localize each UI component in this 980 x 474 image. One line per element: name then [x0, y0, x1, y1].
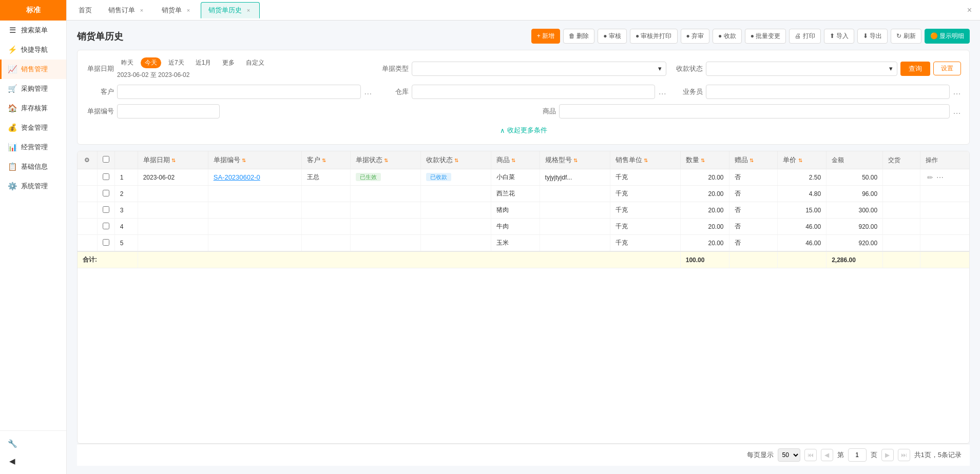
- settings-button[interactable]: 设置: [933, 62, 961, 75]
- new-button[interactable]: + 新增: [531, 29, 560, 44]
- sidebar-item-basic-info[interactable]: 📋 基础信息: [0, 157, 66, 176]
- row-num: 1: [114, 169, 138, 186]
- shortcut-today[interactable]: 今天: [141, 57, 161, 68]
- tab-sales-delivery-close[interactable]: ×: [185, 7, 192, 14]
- print-button[interactable]: 🖨 打印: [789, 29, 820, 44]
- per-page-select[interactable]: 50: [778, 448, 800, 462]
- customer-input[interactable]: [117, 85, 361, 99]
- goods-input[interactable]: [559, 104, 950, 118]
- sidebar-item-search-menu[interactable]: ☰ 搜索菜单: [0, 21, 66, 40]
- doc-date-label: 单据日期: [86, 64, 114, 73]
- customer-sort-icon: ⇅: [322, 157, 326, 163]
- sidebar-item-purchase-mgmt[interactable]: 🛒 采购管理: [0, 79, 66, 98]
- salesperson-input[interactable]: [706, 85, 950, 99]
- query-button[interactable]: 查询: [900, 62, 930, 76]
- row-checkbox[interactable]: [97, 235, 114, 252]
- warehouse-dots[interactable]: …: [658, 87, 666, 96]
- collection-status-select[interactable]: ▾: [706, 62, 897, 76]
- doc-type-select[interactable]: ▾: [412, 62, 667, 76]
- row-gift: 否: [729, 235, 778, 252]
- shortcut-1month[interactable]: 近1月: [191, 57, 216, 68]
- row-goods: 西兰花: [491, 186, 540, 202]
- th-row-num: [114, 151, 138, 169]
- page-number-input[interactable]: [848, 448, 867, 462]
- tab-sales-delivery[interactable]: 销货单 ×: [154, 2, 200, 18]
- row-num: 5: [114, 235, 138, 252]
- select-all-checkbox[interactable]: [103, 156, 109, 163]
- th-sales-unit[interactable]: 销售单位 ⇅: [610, 151, 680, 169]
- th-doc-date[interactable]: 单据日期 ⇅: [138, 151, 208, 169]
- sidebar-item-finance-mgmt[interactable]: 💰 资金管理: [0, 118, 66, 137]
- warehouse-input[interactable]: [412, 85, 656, 99]
- th-gift[interactable]: 赠品 ⇅: [729, 151, 778, 169]
- shortcut-7days[interactable]: 近7天: [164, 57, 188, 68]
- audit-print-button[interactable]: ● 审核并打印: [630, 29, 678, 44]
- tab-sales-history-close[interactable]: ×: [245, 7, 252, 14]
- th-goods[interactable]: 商品 ⇅: [491, 151, 540, 169]
- sidebar-item-label: 销售管理: [21, 65, 48, 74]
- row-checkbox[interactable]: [97, 202, 114, 219]
- row-collection-status: [420, 219, 491, 235]
- sidebar-item-ops-mgmt[interactable]: 📊 经营管理: [0, 137, 66, 157]
- row-gift: 否: [729, 219, 778, 235]
- tab-sales-history[interactable]: 销货单历史 ×: [201, 2, 260, 18]
- batch-change-button[interactable]: ● 批量变更: [745, 29, 786, 44]
- delete-button[interactable]: 🗑 删除: [563, 29, 594, 44]
- th-customer[interactable]: 客户 ⇅: [301, 151, 350, 169]
- sidebar-item-quick-nav[interactable]: ⚡ 快捷导航: [0, 40, 66, 60]
- th-collection-status[interactable]: 收款状态 ⇅: [420, 151, 491, 169]
- sidebar-collapse-btn[interactable]: ◀: [0, 452, 66, 470]
- first-page-button[interactable]: ⏮: [804, 449, 817, 461]
- row-settings: [78, 186, 97, 202]
- row-checkbox[interactable]: [97, 169, 114, 186]
- export-button[interactable]: ⬇ 导出: [857, 29, 888, 44]
- refresh-button[interactable]: ↻ 刷新: [891, 29, 921, 44]
- row-doc-status: [350, 186, 420, 202]
- row-spec: [540, 186, 610, 202]
- row-doc-number[interactable]: SA-20230602-0: [208, 169, 301, 186]
- prev-page-button[interactable]: ◀: [821, 449, 833, 461]
- sidebar-item-sys-mgmt[interactable]: ⚙️ 系统管理: [0, 176, 66, 196]
- sidebar-bottom-settings[interactable]: 🔧: [0, 435, 66, 452]
- th-quantity[interactable]: 数量 ⇅: [680, 151, 729, 169]
- finance-mgmt-icon: 💰: [8, 123, 17, 132]
- shortcut-custom[interactable]: 自定义: [242, 57, 268, 68]
- row-unit-price: 15.00: [778, 202, 827, 219]
- collapse-filter-button[interactable]: ∧ 收起更多条件: [86, 124, 961, 137]
- doc-number-sort-icon: ⇅: [242, 157, 246, 163]
- tab-sales-order-close[interactable]: ×: [138, 7, 145, 14]
- edit-icon[interactable]: ✏: [926, 173, 935, 182]
- next-page-button[interactable]: ▶: [881, 449, 894, 461]
- th-settings[interactable]: ⚙: [78, 151, 97, 169]
- import-button[interactable]: ⬆ 导入: [824, 29, 854, 44]
- close-all-tabs-button[interactable]: ×: [963, 6, 976, 15]
- customer-dots[interactable]: …: [364, 87, 372, 96]
- shortcut-more[interactable]: 更多: [218, 57, 239, 68]
- sidebar-item-sales-mgmt[interactable]: 📈 销售管理: [0, 60, 66, 79]
- sidebar-item-inventory-calc[interactable]: 🏠 库存核算: [0, 98, 66, 118]
- th-checkbox[interactable]: [97, 151, 114, 169]
- collect-button[interactable]: ● 收款: [713, 29, 742, 44]
- sidebar-bottom: 🔧 ◀: [0, 430, 66, 474]
- shortcut-yesterday[interactable]: 昨天: [117, 57, 138, 68]
- display-detail-button[interactable]: 🟠 显示明细: [925, 29, 970, 44]
- tab-home[interactable]: 首页: [71, 2, 100, 18]
- salesperson-dots[interactable]: …: [953, 87, 961, 96]
- th-unit-price[interactable]: 单价 ⇅: [778, 151, 827, 169]
- goods-dots[interactable]: …: [953, 107, 961, 116]
- doc-number-input[interactable]: [117, 104, 220, 118]
- abandon-button[interactable]: ● 弃审: [681, 29, 710, 44]
- more-icon[interactable]: ⋯: [935, 173, 945, 182]
- th-spec[interactable]: 规格型号 ⇅: [540, 151, 610, 169]
- audit-button[interactable]: ● 审核: [598, 29, 627, 44]
- summary-unit-price-spacer: [778, 251, 827, 268]
- th-doc-status[interactable]: 单据状态 ⇅: [350, 151, 420, 169]
- summary-spacer: [138, 251, 680, 268]
- row-checkbox[interactable]: [97, 186, 114, 202]
- th-doc-number[interactable]: 单据编号 ⇅: [208, 151, 301, 169]
- th-transaction: 交货: [883, 151, 920, 169]
- sidebar-item-label: 采购管理: [21, 84, 48, 93]
- tab-sales-order[interactable]: 销售订单 ×: [101, 2, 153, 18]
- last-page-button[interactable]: ⏭: [898, 449, 910, 461]
- row-checkbox[interactable]: [97, 219, 114, 235]
